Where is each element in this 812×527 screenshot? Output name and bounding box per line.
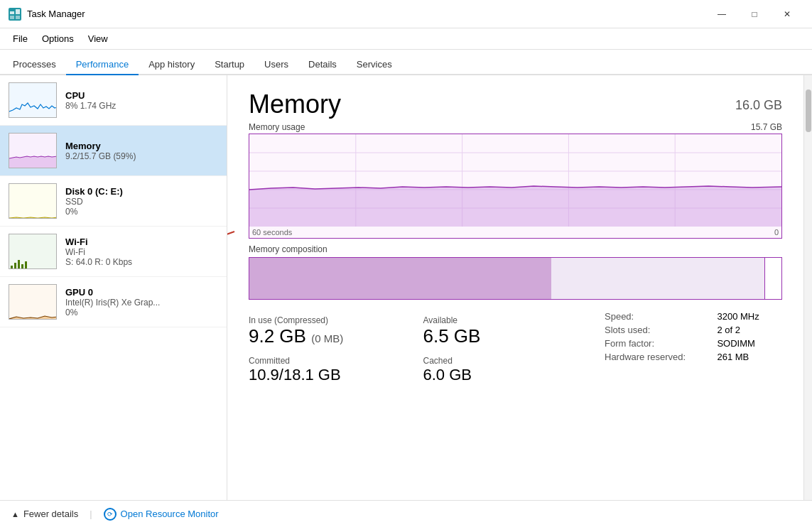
tab-details[interactable]: Details (298, 55, 347, 75)
wifi-thumbnail (9, 234, 57, 269)
chart-main (249, 134, 781, 227)
menu-options[interactable]: Options (35, 31, 81, 47)
resource-monitor-icon: ⟳ (104, 508, 117, 521)
content-title: Memory (249, 89, 341, 119)
svg-rect-7 (9, 184, 57, 219)
scrollbar[interactable] (803, 75, 812, 500)
memory-composition-section: Memory composition (249, 244, 782, 300)
memory-thumbnail (9, 133, 57, 168)
content-area: Memory 16.0 GB Memory usage 15.7 GB (227, 75, 803, 500)
scrollbar-thumb[interactable] (806, 89, 811, 132)
content-header: Memory 16.0 GB (249, 89, 782, 119)
tab-processes[interactable]: Processes (3, 55, 66, 75)
sidebar-item-wifi[interactable]: Wi-Fi Wi-Fi S: 64.0 R: 0 Kbps (0, 227, 227, 277)
hw-reserved-value: 261 MB (717, 352, 782, 362)
comp-in-use (249, 258, 551, 299)
tab-services[interactable]: Services (347, 55, 402, 75)
menu-file[interactable]: File (6, 31, 35, 47)
tab-app-history[interactable]: App history (139, 55, 205, 75)
composition-bar (249, 257, 782, 300)
wifi-name: Wi-Fi (65, 237, 218, 247)
main-area: CPU 8% 1.74 GHz Memory 9.2/15.7 GB (59%) (0, 75, 812, 500)
gpu-sub1: Intel(R) Iris(R) Xe Grap... (65, 298, 218, 308)
svg-rect-3 (16, 16, 20, 19)
svg-rect-8 (9, 234, 57, 269)
comp-label: Memory composition (249, 244, 782, 254)
chart-label: Memory usage 15.7 GB (249, 122, 782, 132)
svg-rect-2 (10, 16, 14, 19)
minimize-button[interactable]: — (705, 3, 738, 26)
gpu-sub2: 0% (65, 308, 218, 317)
titlebar: Task Manager — □ ✕ (0, 0, 812, 28)
svg-rect-10 (14, 263, 16, 268)
svg-rect-1 (16, 9, 20, 14)
stat-cached: Cached 6.0 GB (423, 352, 584, 389)
sidebar-item-gpu[interactable]: GPU 0 Intel(R) Iris(R) Xe Grap... 0% (0, 277, 227, 327)
open-resource-monitor-link[interactable]: ⟳ Open Resource Monitor (104, 508, 219, 521)
stat-in-use-value: 9.2 GB (0 MB) (249, 325, 409, 347)
titlebar-left: Task Manager (9, 8, 85, 21)
maximize-button[interactable]: □ (738, 3, 771, 26)
menubar: File Options View (0, 28, 812, 50)
svg-rect-9 (11, 266, 13, 268)
svg-marker-24 (249, 186, 781, 227)
window-title: Task Manager (27, 9, 85, 19)
svg-rect-11 (18, 260, 20, 268)
disk-name: Disk 0 (C: E:) (65, 186, 218, 197)
speed-value: 3200 MHz (717, 311, 782, 322)
wifi-info: Wi-Fi Wi-Fi S: 64.0 R: 0 Kbps (65, 237, 218, 267)
cpu-thumbnail (9, 82, 57, 118)
left-stats: In use (Compressed) 9.2 GB (0 MB) Availa… (249, 311, 583, 389)
cpu-name: CPU (65, 90, 218, 101)
stat-in-use-label: In use (Compressed) (249, 315, 409, 325)
stat-cached-label: Cached (423, 356, 584, 366)
svg-rect-13 (25, 261, 27, 268)
chart-container: 60 seconds 0 (249, 134, 782, 239)
sidebar-item-cpu[interactable]: CPU 8% 1.74 GHz (0, 75, 227, 126)
svg-rect-12 (21, 264, 23, 268)
tab-users[interactable]: Users (254, 55, 298, 75)
disk-info: Disk 0 (C: E:) SSD 0% (65, 186, 218, 217)
form-value: SODIMM (717, 338, 782, 349)
sidebar-item-memory[interactable]: Memory 9.2/15.7 GB (59%) (0, 126, 227, 176)
hw-reserved-label: Hardware reserved: (605, 352, 708, 362)
tab-performance[interactable]: Performance (66, 55, 139, 75)
arrow-annotation (227, 224, 242, 269)
disk-sub2: 0% (65, 207, 218, 217)
chevron-down-icon: ▲ (11, 510, 19, 518)
window-controls[interactable]: — □ ✕ (705, 3, 803, 26)
cpu-sub: 8% 1.74 GHz (65, 101, 218, 111)
wifi-sub1: Wi-Fi (65, 247, 218, 257)
stat-available: Available 6.5 GB (423, 311, 584, 352)
right-stats: Speed: 3200 MHz Slots used: 2 of 2 Form … (583, 311, 782, 389)
menu-view[interactable]: View (81, 31, 115, 47)
fewer-details-button[interactable]: ▲ Fewer details (11, 509, 78, 519)
stats-container: In use (Compressed) 9.2 GB (0 MB) Availa… (249, 311, 782, 389)
stat-in-use: In use (Compressed) 9.2 GB (0 MB) (249, 311, 409, 352)
svg-line-26 (227, 232, 234, 260)
right-stats-grid: Speed: 3200 MHz Slots used: 2 of 2 Form … (605, 311, 782, 362)
speed-label: Speed: (605, 311, 708, 322)
footer-separator: | (90, 509, 92, 519)
form-label: Form factor: (605, 338, 708, 349)
close-button[interactable]: ✕ (771, 3, 803, 26)
memory-name: Memory (65, 141, 218, 151)
svg-rect-14 (9, 285, 57, 320)
comp-reserved (764, 258, 781, 299)
chart-label-max: 15.7 GB (751, 122, 782, 132)
svg-marker-6 (9, 156, 57, 168)
gpu-info: GPU 0 Intel(R) Iris(R) Xe Grap... 0% (65, 287, 218, 317)
stat-committed-label: Committed (249, 356, 409, 366)
sidebar: CPU 8% 1.74 GHz Memory 9.2/15.7 GB (59%) (0, 75, 227, 500)
slots-label: Slots used: (605, 325, 708, 335)
svg-rect-0 (10, 11, 14, 14)
svg-rect-4 (9, 83, 57, 118)
open-resource-monitor-label: Open Resource Monitor (121, 509, 219, 519)
chart-label-text: Memory usage (249, 122, 305, 132)
disk-thumbnail (9, 183, 57, 219)
content-total: 16.0 GB (735, 98, 782, 113)
disk-sub1: SSD (65, 197, 218, 207)
sidebar-item-disk[interactable]: Disk 0 (C: E:) SSD 0% (0, 176, 227, 227)
fewer-details-label: Fewer details (23, 509, 78, 519)
tab-startup[interactable]: Startup (205, 55, 254, 75)
